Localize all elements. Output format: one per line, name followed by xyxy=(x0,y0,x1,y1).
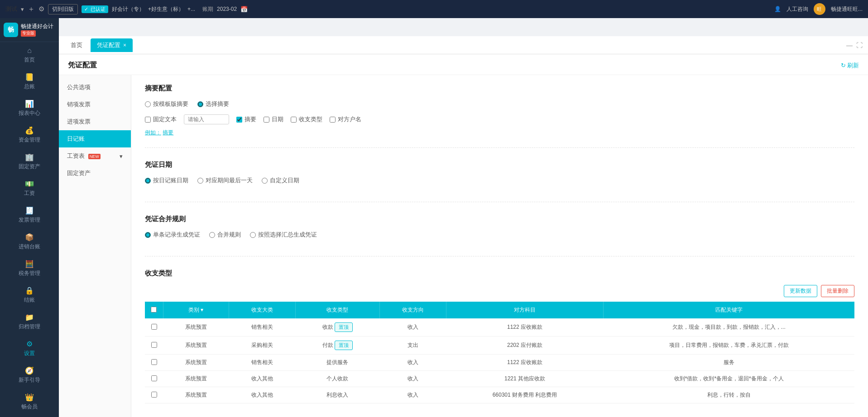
row-main-type: 收入其他 xyxy=(229,371,295,387)
radio-journal-date[interactable]: 按日记账日期 xyxy=(145,176,188,185)
sidebar-item-assets[interactable]: 🏢 固定资产 xyxy=(0,148,59,175)
logo-text: 畅捷通好会计 专业版 xyxy=(21,23,53,36)
sidebar-item-label: 发票管理 xyxy=(19,216,40,224)
sidebar-item-invoice-mgr[interactable]: 🧾 发票管理 xyxy=(0,202,59,228)
checkbox-counterpart[interactable]: 对方户名 xyxy=(330,115,361,123)
left-nav-item-purchase-invoice[interactable]: 进项发票 xyxy=(59,113,131,130)
close-sidebar-icon: 🔒 xyxy=(25,286,34,295)
sidebar-item-settings[interactable]: ⚙ 设置 xyxy=(0,335,59,362)
calendar-icon[interactable]: 📅 xyxy=(240,6,248,13)
row-category: 系统预置 xyxy=(163,371,229,387)
row-checkbox-cell[interactable] xyxy=(145,318,163,336)
top-bar-dropdown-icon[interactable]: ▾ xyxy=(21,6,24,13)
summary-example-link[interactable]: 摘要 xyxy=(163,129,173,136)
row-checkbox[interactable] xyxy=(151,324,157,330)
tab-voucher-config-label: 凭证配置 xyxy=(97,41,120,49)
summary-example: 例如： 摘要 xyxy=(145,129,854,137)
sidebar-item-label: 结账 xyxy=(24,296,35,304)
summary-checkbox-row: 固定文本 摘要 日期 收支类型 xyxy=(145,114,854,124)
sidebar-item-guide[interactable]: 🧭 新手引导 xyxy=(0,362,59,389)
update-data-button[interactable]: 更新数据 xyxy=(784,285,817,297)
left-nav-item-fixed-assets[interactable]: 固定资产 xyxy=(59,165,131,182)
row-keywords: 项目，日常费用，报销款，车费，承兑汇票，付款 xyxy=(604,336,854,355)
left-nav-item-journal[interactable]: 日记账 xyxy=(59,130,131,147)
sidebar-item-label: 归档管理 xyxy=(19,323,40,331)
tab-maximize-button[interactable]: ⛶ xyxy=(856,42,863,49)
row-checkbox[interactable] xyxy=(151,375,157,381)
sidebar-item-member[interactable]: 👑 畅会员 xyxy=(0,389,59,415)
select-all-checkbox[interactable] xyxy=(151,307,157,313)
checkbox-fixed-text[interactable]: 固定文本 xyxy=(145,115,177,123)
sidebar-item-salary[interactable]: 💵 工资 xyxy=(0,175,59,202)
sidebar-item-reports[interactable]: 📊 报表中心 xyxy=(0,95,59,122)
radio-period-last[interactable]: 对应期间最后一天 xyxy=(197,176,253,185)
sidebar-item-ledger[interactable]: 📒 总账 xyxy=(0,68,59,95)
pin-button[interactable]: 置顶 xyxy=(335,322,353,332)
switch-version-button[interactable]: 切到旧版 xyxy=(48,4,78,14)
tab-voucher-config[interactable]: 凭证配置 × xyxy=(91,38,133,52)
radio-single-record[interactable]: 单条记录生成凭证 xyxy=(145,231,200,239)
merge-rules-title: 凭证合并规则 xyxy=(145,215,854,223)
row-main-type: 销售相关 xyxy=(229,355,295,371)
funds-icon: 💰 xyxy=(25,126,34,135)
sidebar-item-purchase[interactable]: 📦 进销台账 xyxy=(0,228,59,255)
user-name[interactable]: 畅捷通旺旺... xyxy=(831,5,863,13)
pin-button[interactable]: 置顶 xyxy=(335,341,353,350)
row-checkbox-cell[interactable] xyxy=(145,336,163,355)
batch-delete-button[interactable]: 批量删除 xyxy=(821,285,854,297)
sidebar-item-home[interactable]: ⌂ 首页 xyxy=(0,42,59,68)
checkbox-summary[interactable]: 摘要 xyxy=(236,115,256,123)
row-checkbox[interactable] xyxy=(151,392,157,398)
row-direction: 收入 xyxy=(379,371,446,387)
sidebar-item-label: 进销台账 xyxy=(19,243,40,251)
top-bar-plus-icon[interactable]: ＋ xyxy=(28,5,35,14)
radio-select-summary[interactable]: 选择摘要 xyxy=(197,100,229,108)
sidebar-item-label: 资金管理 xyxy=(19,136,40,144)
refresh-button[interactable]: ↻ 刷新 xyxy=(841,62,859,70)
refresh-icon: ↻ xyxy=(841,62,846,69)
radio-template-summary[interactable]: 按模板版摘要 xyxy=(145,100,188,108)
checkbox-pay-type[interactable]: 收支类型 xyxy=(291,115,322,123)
row-checkbox-cell[interactable] xyxy=(145,387,163,403)
home-icon: ⌂ xyxy=(27,47,32,55)
left-nav-item-sales-invoice[interactable]: 销项发票 xyxy=(59,96,131,113)
content-panel: 凭证配置 ↻ 刷新 公共选项 销项发票 进项发票 日记账 xyxy=(59,54,868,417)
left-nav-item-payroll[interactable]: 工资表 NEW ▾ xyxy=(59,147,131,165)
assets-icon: 🏢 xyxy=(25,153,34,161)
left-nav: 公共选项 销项发票 进项发票 日记账 工资表 NEW xyxy=(59,75,131,417)
th-checkbox[interactable] xyxy=(145,302,163,318)
sidebar: 畅 畅捷通好会计 专业版 ⌂ 首页 📒 总账 📊 报表中心 💰 资金管理 🏢 固… xyxy=(0,18,59,417)
sidebar-item-archive[interactable]: 📁 归档管理 xyxy=(0,308,59,335)
row-checkbox[interactable] xyxy=(151,342,157,348)
settings-icon: ⚙ xyxy=(26,340,33,348)
tab-minimize-button[interactable]: — xyxy=(846,42,853,49)
sidebar-item-tax[interactable]: 🧮 税务管理 xyxy=(0,255,59,282)
page-title: 凭证配置 xyxy=(68,61,97,70)
tab-bar-actions: — ⛶ xyxy=(846,42,863,49)
th-direction: 收支方向 xyxy=(379,302,446,318)
consult-label[interactable]: 人工咨询 xyxy=(786,5,808,13)
row-checkbox-cell[interactable] xyxy=(145,355,163,371)
left-nav-item-public[interactable]: 公共选项 xyxy=(59,79,131,96)
row-direction: 支出 xyxy=(379,336,446,355)
salary-icon: 💵 xyxy=(25,180,34,188)
checkbox-date[interactable]: 日期 xyxy=(264,115,283,123)
tab-close-icon[interactable]: × xyxy=(123,42,126,48)
row-account: 2202 应付账款 xyxy=(446,336,604,355)
row-direction: 收入 xyxy=(379,355,446,371)
voucher-date-section: 凭证日期 按日记账日期 对应期间最后一天 自定义日期 xyxy=(145,161,854,202)
top-bar-settings-icon[interactable]: ⚙ xyxy=(38,5,44,13)
tab-home[interactable]: 首页 xyxy=(64,38,89,52)
row-checkbox[interactable] xyxy=(151,359,157,365)
radio-custom-date[interactable]: 自定义日期 xyxy=(262,176,299,185)
avatar[interactable]: 旺 xyxy=(814,3,825,15)
table-row: 系统预置 收入其他 利息收入 收入 660301 财务费用 利息费用 利息，行转… xyxy=(145,387,854,403)
sidebar-item-funds[interactable]: 💰 资金管理 xyxy=(0,122,59,148)
radio-merge-rule[interactable]: 合并规则 xyxy=(209,231,241,239)
row-checkbox-cell[interactable] xyxy=(145,371,163,387)
radio-select-summary-voucher[interactable]: 按照选择汇总生成凭证 xyxy=(250,231,317,239)
sidebar-item-close[interactable]: 🔒 结账 xyxy=(0,282,59,308)
fixed-text-input[interactable] xyxy=(184,114,229,124)
period-label: 账期 xyxy=(202,5,213,13)
table-row: 系统预置 销售相关 提供服务 收入 1122 应收账款 服务 xyxy=(145,355,854,371)
